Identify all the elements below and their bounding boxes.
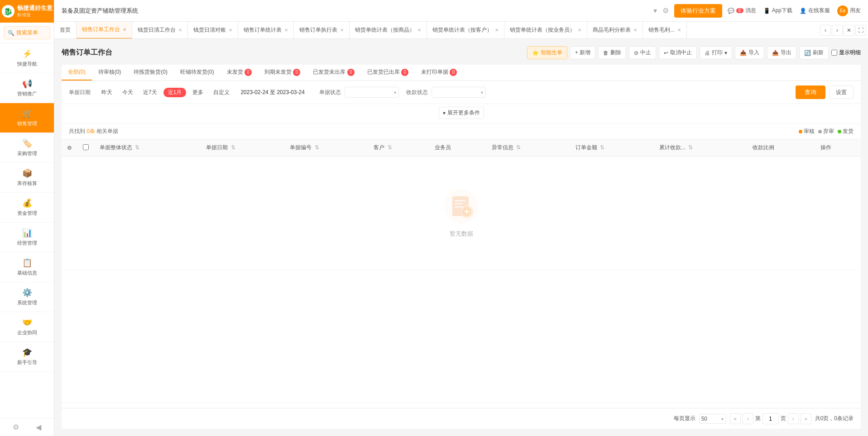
date-btn-custom[interactable]: 自定义 <box>210 88 233 97</box>
tab-sales-bystaff-close[interactable]: ✕ <box>578 28 581 33</box>
tab-next-button[interactable]: › <box>832 25 843 36</box>
receipt-select[interactable] <box>432 87 486 98</box>
status-select[interactable] <box>345 87 399 98</box>
not-printed-badge: 0 <box>450 69 457 76</box>
ship-button[interactable]: 发货 <box>838 128 854 135</box>
user-menu[interactable]: Ea 用友 <box>837 5 861 16</box>
sidebar-item-operation[interactable]: 📊 经营管理 <box>0 223 54 252</box>
export-button[interactable]: 📤 导出 <box>767 46 796 59</box>
refresh-button[interactable]: 🔄 刷新 <box>799 46 829 59</box>
tab-sales-byproduct-close[interactable]: ✕ <box>417 28 421 33</box>
date-btn-1month[interactable]: 近1月 <box>163 88 187 97</box>
tab-close-all-button[interactable]: ✕ <box>844 25 854 36</box>
tab-sales-exec-close[interactable]: ✕ <box>340 28 344 33</box>
add-button[interactable]: + 新增 <box>570 46 595 59</box>
message-button[interactable]: 💬 6 消息 <box>728 7 756 14</box>
ai-generate-button[interactable]: ⭐ 智能生单 <box>527 46 567 59</box>
tab-home[interactable]: 首页 <box>54 22 77 39</box>
tab-fullscreen-button[interactable]: ⛶ <box>855 25 866 36</box>
tab-sales-workbench[interactable]: 销售订单工作台 ✕ <box>77 22 132 39</box>
tab-cash-daily-close[interactable]: ✕ <box>178 28 182 33</box>
expand-filter-button[interactable]: ▾ 展开更多条件 <box>439 107 484 119</box>
import-button[interactable]: 📥 导入 <box>735 46 764 59</box>
filter-tab-expired[interactable]: 到期未发货 0 <box>258 65 307 81</box>
per-page-select[interactable]: 10 20 50 100 <box>699 414 726 424</box>
date-btn-today[interactable]: 今天 <box>119 88 137 97</box>
show-detail-checkbox-label[interactable]: 显示明细 <box>831 49 861 57</box>
th-number[interactable]: 单据编号 ⇅ <box>284 139 368 156</box>
th-staff[interactable]: 业务员 <box>429 139 486 156</box>
date-btn-yesterday[interactable]: 昨天 <box>98 88 116 97</box>
tab-sales-exec[interactable]: 销售订单执行表 ✕ <box>294 22 350 39</box>
delete-button[interactable]: 🗑 删除 <box>598 46 626 59</box>
tab-sales-more-close[interactable]: ✕ <box>677 28 681 33</box>
approve-button[interactable]: 审核 <box>799 128 815 135</box>
last-page-button[interactable]: » <box>801 413 811 424</box>
filter-tab-not-printed[interactable]: 未打印单据 0 <box>415 65 463 81</box>
sidebar-item-sales[interactable]: 🛒 销售管理 <box>0 103 54 133</box>
topbar-settings-icon[interactable]: ⚙ <box>662 6 669 15</box>
filter-tab-inspect[interactable]: 待拣货验货(0) <box>127 65 174 81</box>
print-button[interactable]: 🖨 打印 ▾ <box>700 46 732 59</box>
prev-page-button[interactable]: ‹ <box>743 413 753 424</box>
query-button[interactable]: 查询 <box>796 85 825 99</box>
th-amount[interactable]: 订单金额 ⇅ <box>570 139 654 156</box>
tab-sales-bycustomer-close[interactable]: ✕ <box>495 28 499 33</box>
sort-icon-date: ⇅ <box>231 144 235 151</box>
sidebar-item-corp[interactable]: 🤝 企业协同 <box>0 312 54 342</box>
tab-cash-reconcile[interactable]: 钱货日清对账 ✕ <box>188 22 238 39</box>
show-detail-checkbox[interactable] <box>831 50 837 56</box>
filter-tab-all[interactable]: 全部(0) <box>62 65 92 81</box>
filter-tab-shipped-out[interactable]: 已发货已出库 0 <box>361 65 415 81</box>
tab-sales-bycustomer[interactable]: 销货单统计表（按客户） ✕ <box>427 22 504 39</box>
stop-button[interactable]: ⊘ 中止 <box>629 46 656 59</box>
app-download-button[interactable]: 📱 App下载 <box>763 7 792 14</box>
tab-sales-byproduct[interactable]: 销货单统计表（按商品） ✕ <box>350 22 427 39</box>
tab-sales-workbench-close[interactable]: ✕ <box>123 27 126 32</box>
next-page-button[interactable]: › <box>788 413 799 424</box>
reject-button[interactable]: 弃审 <box>818 128 834 135</box>
tab-sales-stat-close[interactable]: ✕ <box>284 28 288 33</box>
sidebar-collapse-button[interactable]: ◀ <box>36 423 41 431</box>
trial-button[interactable]: 体验行业方案 <box>674 4 722 18</box>
th-date[interactable]: 单据日期 ⇅ <box>201 139 284 156</box>
search-menu-button[interactable]: 🔍 搜索菜单 <box>4 26 50 39</box>
date-btn-7days[interactable]: 近7天 <box>139 88 161 97</box>
filter-tab-wangpu[interactable]: 旺铺待发货(0) <box>174 65 221 81</box>
sidebar-item-system[interactable]: ⚙️ 系统管理 <box>0 282 54 312</box>
filter-tab-shipped-not-out[interactable]: 已发货未出库 0 <box>307 65 360 81</box>
online-service-button[interactable]: 👤 在线客服 <box>800 7 830 14</box>
approve-dot <box>799 130 802 133</box>
horizontal-scrollbar[interactable] <box>62 403 861 408</box>
cancel-stop-button[interactable]: ↩ 取消中止 <box>659 46 697 59</box>
tab-sales-more[interactable]: 销售毛利... ✕ <box>643 22 687 39</box>
tab-cash-daily[interactable]: 钱货日清工作台 ✕ <box>132 22 188 39</box>
sidebar-item-purchase[interactable]: 🏷️ 采购管理 <box>0 133 54 163</box>
tab-sales-bystaff[interactable]: 销货单统计表（按业务员） ✕ <box>504 22 587 39</box>
tab-prev-button[interactable]: ‹ <box>820 25 831 36</box>
tab-gross-margin-close[interactable]: ✕ <box>633 28 637 33</box>
tab-sales-stat[interactable]: 销售订单统计表 ✕ <box>238 22 294 39</box>
th-customer[interactable]: 客户 ⇅ <box>368 139 429 156</box>
sidebar-item-inventory[interactable]: 📦 库存核算 <box>0 163 54 193</box>
table-count-link[interactable]: 0条 <box>86 128 95 134</box>
column-settings-icon[interactable]: ⚙ <box>67 145 72 151</box>
sidebar-item-base[interactable]: 📋 基础信息 <box>0 252 54 282</box>
sidebar-item-guide[interactable]: 🎓 新手引导 <box>0 342 54 372</box>
tab-sales-exec-label: 销售订单执行表 <box>299 26 337 34</box>
tab-gross-margin[interactable]: 商品毛利分析表 ✕ <box>587 22 643 39</box>
date-btn-more[interactable]: 更多 <box>189 88 207 97</box>
sidebar-item-finance[interactable]: 💰 资金管理 <box>0 193 54 223</box>
sidebar-settings-button[interactable]: ⚙ <box>13 423 19 431</box>
sidebar-item-nav[interactable]: ⚡ 快捷导航 <box>0 43 54 73</box>
tab-cash-reconcile-close[interactable]: ✕ <box>229 28 232 33</box>
select-all-checkbox[interactable] <box>83 144 89 150</box>
sidebar-item-marketing[interactable]: 📢 营销推广 <box>0 73 54 103</box>
filter-settings-button[interactable]: 设置 <box>829 85 854 99</box>
topbar-dropdown-icon[interactable]: ▾ <box>653 6 657 15</box>
per-page-label: 每页显示 <box>674 415 695 422</box>
filter-tab-pending[interactable]: 待审核(0) <box>92 65 128 81</box>
filter-tab-not-shipped[interactable]: 未发货 0 <box>221 65 258 81</box>
page-input[interactable] <box>762 413 779 424</box>
first-page-button[interactable]: « <box>730 413 741 424</box>
